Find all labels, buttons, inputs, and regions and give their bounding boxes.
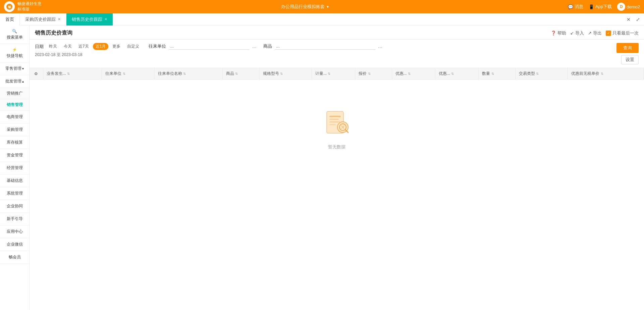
date-option-7days[interactable]: 近7天 <box>76 43 92 50</box>
col-settings[interactable]: ⚙ <box>30 68 43 80</box>
only-last-checkbox-group[interactable]: ✓ 只看最后一次 <box>606 30 639 36</box>
wholesale-expand-icon: ▴ <box>22 80 24 83</box>
sort-icon-goods: ⇅ <box>235 72 238 75</box>
col-pretax-price[interactable]: 优惠前无税单价 ⇅ <box>568 68 644 80</box>
app-download-button[interactable]: 📱 App下载 <box>589 4 612 10</box>
merchant-label: 往来单位 <box>149 43 166 49</box>
export-button[interactable]: ↗ 导出 <box>588 30 602 36</box>
goods-filter-group: 商品 ... <box>263 43 382 50</box>
col-unit[interactable]: 计量... ⇅ <box>312 68 355 80</box>
merchant-input[interactable] <box>169 43 249 50</box>
svg-rect-3 <box>329 116 341 117</box>
content-area: 销售历史价查询 ❓ 帮助 ↙ 导入 ↗ 导出 ✓ 只看最后一次 <box>30 25 644 310</box>
maximize-icon[interactable]: ⤢ <box>635 15 641 23</box>
date-option-1month[interactable]: 近1月 <box>93 43 109 50</box>
tab-sales-history[interactable]: 销售历史价跟踪 ✕ <box>66 13 113 25</box>
date-option-custom[interactable]: 自定义 <box>124 43 142 50</box>
sidebar-item-wholesale[interactable]: 批发管理 ▴ <box>0 75 29 88</box>
quick-nav-icon: ⚡ <box>12 47 17 52</box>
sort-icon-quantity: ⇅ <box>491 72 494 75</box>
col-unit-name-label: 往来单位名称 <box>158 71 182 76</box>
retail-expand-icon: ▾ <box>22 67 24 70</box>
sidebar-item-search[interactable]: 🔍 搜索菜单 <box>0 25 29 44</box>
date-option-today[interactable]: 今天 <box>61 43 74 50</box>
close-all-tabs-icon[interactable]: ✕ <box>625 15 632 23</box>
col-trade-type[interactable]: 交易类型 ⇅ <box>515 68 568 80</box>
top-bar-left: 畅 畅捷通好生意 标准版 <box>4 1 42 12</box>
sidebar-item-guide[interactable]: 新手引导 <box>0 213 29 225</box>
purchase-history-tab-label: 采购历史价跟踪 <box>25 16 56 22</box>
page-header: 销售历史价查询 ❓ 帮助 ↙ 导入 ↗ 导出 ✓ 只看最后一次 <box>30 25 644 40</box>
app-dropdown-icon[interactable]: ▾ <box>327 4 329 9</box>
col-biz-date[interactable]: 业务发生... ⇅ <box>43 68 102 80</box>
col-discount1[interactable]: 优惠... ⇅ <box>392 68 435 80</box>
col-trade-type-label: 交易类型 <box>519 71 535 76</box>
col-discount1-label: 优惠... <box>395 71 407 76</box>
top-bar-right: 💬 消息 📱 App下载 D demo2 <box>568 3 640 11</box>
sidebar-item-app-center[interactable]: 应用中心 <box>0 225 29 238</box>
sort-icon-pretax-price: ⇅ <box>601 72 603 75</box>
import-icon: ↙ <box>570 31 574 36</box>
date-option-more[interactable]: 更多 <box>110 43 123 50</box>
date-range-display: 2023-02-18 至 2023-03-18 <box>35 52 142 58</box>
empty-icon <box>320 106 354 140</box>
sidebar-item-purchase[interactable]: 采购管理 <box>0 123 29 136</box>
date-option-yesterday[interactable]: 昨天 <box>46 43 60 50</box>
svg-rect-4 <box>329 119 339 120</box>
query-button[interactable]: 查询 <box>616 43 639 53</box>
col-spec[interactable]: 规格型号 ⇅ <box>259 68 312 80</box>
filter-buttons: 查询 设置 <box>616 43 639 64</box>
main-layout: 🔍 搜索菜单 ⚡ 快捷导航 零售管理 ▾ 批发管理 ▴ 营销推广 销售管理 电商… <box>0 25 644 310</box>
import-button[interactable]: ↙ 导入 <box>570 30 584 36</box>
tab-sales-close-icon[interactable]: ✕ <box>104 17 107 21</box>
sidebar-item-inventory[interactable]: 库存核算 <box>0 136 29 149</box>
sort-icon-biz-date: ⇅ <box>67 72 70 75</box>
sidebar-item-finance[interactable]: 资金管理 <box>0 149 29 162</box>
col-discount2-label: 优惠... <box>439 71 450 76</box>
filter-bar: 日期 昨天 今天 近7天 近1月 更多 自定义 2023-02-18 至 202… <box>30 40 644 68</box>
empty-row: 暂无数据 <box>30 80 644 177</box>
message-button[interactable]: 💬 消息 <box>568 4 583 10</box>
sidebar-item-marketing[interactable]: 营销推广 <box>0 88 29 99</box>
top-bar: 畅 畅捷通好生意 标准版 办公用品行业模拟账套 ▾ 💬 消息 📱 App下载 D… <box>0 0 644 13</box>
sidebar-item-corp-wechat[interactable]: 企业微信 <box>0 238 29 251</box>
goods-picker-icon[interactable]: ... <box>378 43 382 49</box>
app-name[interactable]: 办公用品行业模拟账套 ▾ <box>281 4 329 10</box>
sidebar-item-retail[interactable]: 零售管理 ▾ <box>0 62 29 75</box>
col-unit-name[interactable]: 往来单位名称 ⇅ <box>154 68 222 80</box>
only-last-label: 只看最后一次 <box>612 30 639 36</box>
message-icon: 💬 <box>568 4 573 9</box>
user-menu[interactable]: D demo2 <box>617 3 640 11</box>
sidebar-item-sales-mgmt[interactable]: 销售管理 <box>0 99 29 111</box>
tab-purchase-close-icon[interactable]: ✕ <box>58 17 61 21</box>
tab-purchase-history[interactable]: 采购历史价跟踪 ✕ <box>20 13 66 25</box>
goods-label: 商品 <box>263 43 272 49</box>
col-discount2[interactable]: 优惠... ⇅ <box>435 68 479 80</box>
sidebar-item-operations[interactable]: 经营管理 <box>0 162 29 174</box>
help-button[interactable]: ❓ 帮助 <box>551 30 566 36</box>
sales-history-tab-label: 销售历史价跟踪 <box>72 16 102 22</box>
merchant-picker-icon[interactable]: ... <box>252 43 256 49</box>
col-quantity[interactable]: 数量 ⇅ <box>479 68 516 80</box>
date-options: 昨天 今天 近7天 近1月 更多 自定义 <box>46 43 142 50</box>
sidebar-item-system[interactable]: 系统管理 <box>0 187 29 200</box>
col-quote[interactable]: 报价 ⇅ <box>355 68 392 80</box>
tab-home[interactable]: 首页 <box>0 13 20 25</box>
sort-icon-unit-code: ⇅ <box>123 72 125 75</box>
col-goods[interactable]: 商品 ⇅ <box>222 68 259 80</box>
goods-input[interactable] <box>275 43 375 50</box>
svg-rect-6 <box>329 124 336 125</box>
settings-button[interactable]: 设置 <box>621 55 639 64</box>
col-unit-code[interactable]: 往来单位 ⇅ <box>102 68 154 80</box>
col-pretax-price-label: 优惠前无税单价 <box>571 71 599 76</box>
sidebar-item-basic-info[interactable]: 基础信息 <box>0 174 29 187</box>
sidebar-item-quick-nav[interactable]: ⚡ 快捷导航 <box>0 44 29 62</box>
sidebar-item-member[interactable]: 畅会员 <box>0 251 29 264</box>
sort-icon-unit-name: ⇅ <box>183 72 186 75</box>
merchant-filter-row: 往来单位 ... <box>149 43 256 50</box>
tab-bar-actions: ✕ ⤢ <box>625 15 644 23</box>
sidebar-item-enterprise[interactable]: 企业协同 <box>0 200 29 213</box>
sort-icon-unit: ⇅ <box>328 72 330 75</box>
sidebar-item-ecommerce[interactable]: 电商管理 <box>0 111 29 123</box>
empty-text: 暂无数据 <box>328 144 345 150</box>
